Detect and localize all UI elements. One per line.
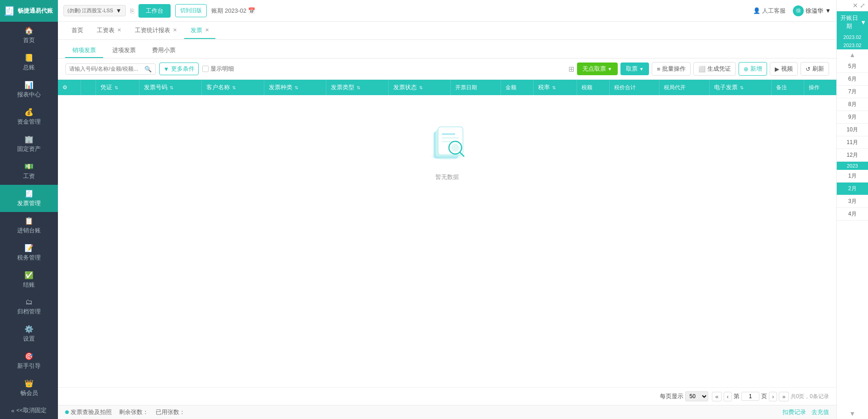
search-input[interactable]	[69, 66, 142, 72]
last-page-btn[interactable]: »	[779, 392, 788, 401]
take-ticket-btn[interactable]: 取票 ▼	[620, 63, 649, 75]
th-type[interactable]: 发票类型⇅	[326, 80, 389, 95]
th-electronic[interactable]: 电子发票⇅	[709, 80, 772, 95]
period-calendar-icon[interactable]: 📅	[248, 7, 255, 14]
period-month-10月[interactable]: 10月	[837, 124, 868, 136]
period-month-8月[interactable]: 8月	[837, 98, 868, 111]
workbench-button[interactable]: 工作台	[138, 4, 171, 18]
sidebar-item-结账[interactable]: ✅结账	[0, 266, 58, 294]
deduction-link[interactable]: 扣费记录	[782, 408, 806, 416]
th-invoice_no[interactable]: 发票号码⇅	[139, 80, 202, 95]
th-status[interactable]: 发票状态⇅	[388, 80, 451, 95]
first-page-btn[interactable]: «	[712, 392, 721, 401]
sidebar-item-设置[interactable]: ⚙️设置	[0, 320, 58, 347]
sidebar-item-首页[interactable]: 🏠首页	[0, 22, 58, 49]
sub-tab-费用小票[interactable]: 费用小票	[145, 43, 183, 58]
show-detail-checkbox[interactable]: 显示明细	[202, 65, 234, 73]
page-size-select[interactable]: 每页显示 501020100	[660, 391, 708, 401]
sidebar-item-畅会员[interactable]: 👑畅会员	[0, 375, 58, 402]
period-panel-header[interactable]: 开账日期 ▼	[837, 11, 868, 33]
tab-工资统计报表[interactable]: 工资统计报表✕	[129, 23, 183, 39]
page-input[interactable]	[741, 392, 759, 401]
sort-invoice_type[interactable]: 发票种类⇅	[269, 83, 322, 92]
sort-customer[interactable]: 客户名称⇅	[206, 83, 259, 92]
sort-voucher[interactable]: 凭证⇅	[100, 83, 134, 92]
period-value: 2023-02	[225, 7, 247, 14]
sort-type[interactable]: 发票类型⇅	[331, 83, 384, 92]
sub-tab-进项发票[interactable]: 进项发票	[105, 43, 143, 58]
period-month-12月[interactable]: 12月	[837, 149, 868, 162]
tab-发票[interactable]: 发票✕	[184, 23, 215, 39]
sidebar-item-进销台账[interactable]: 📋进销台账	[0, 212, 58, 239]
period-month-6月[interactable]: 6月	[837, 73, 868, 86]
period-month-7月[interactable]: 7月	[837, 86, 868, 98]
period-panel-title: 开账日期	[839, 14, 859, 30]
sort-invoice_no[interactable]: 发票号码⇅	[144, 83, 197, 92]
period-month-5月[interactable]: 5月	[837, 60, 868, 73]
copy-icon[interactable]: ⎘	[130, 7, 134, 14]
sidebar-item-报表中心[interactable]: 📊报表中心	[0, 76, 58, 103]
tab-label: 工资表	[97, 26, 114, 34]
logo-icon: 🧾	[4, 5, 15, 16]
th-customer[interactable]: 客户名称⇅	[202, 80, 264, 95]
sidebar-collapse-btn[interactable]: « <<取消固定	[0, 402, 58, 419]
panel-expand-btn[interactable]: ⤢	[860, 2, 865, 9]
panel-close-btn[interactable]: ✕	[853, 2, 858, 9]
period-entry[interactable]: 2023.02	[837, 33, 868, 41]
sidebar-item-工资[interactable]: 💵工资	[0, 158, 58, 185]
user-name[interactable]: 徐 徐溢华 ▼	[793, 5, 831, 16]
user-name-text: 徐溢华	[806, 7, 823, 15]
bottom-bar: 发票查验及拍照 剩余张数： 已用张数： 扣费记录 去充值	[58, 405, 836, 419]
generate-voucher-btn[interactable]: ⬜ 生成凭证	[693, 62, 736, 76]
next-page-btn[interactable]: ›	[769, 392, 777, 401]
period-2023-3月[interactable]: 3月	[837, 195, 868, 208]
tab-close-icon[interactable]: ✕	[205, 27, 209, 33]
period-month-11月[interactable]: 11月	[837, 136, 868, 149]
sidebar-item-新手引导[interactable]: 🎯新手引导	[0, 347, 58, 375]
search-icon[interactable]: 🔍	[144, 66, 152, 72]
search-box[interactable]: 🔍	[65, 63, 156, 75]
sidebar-item-固定资产[interactable]: 🏢固定资产	[0, 130, 58, 158]
th-invoice_type[interactable]: 发票种类⇅	[264, 80, 326, 95]
sidebar-item-资金管理[interactable]: 💰资金管理	[0, 103, 58, 130]
top-header: (勿删) 江西股宝-LSS ▼ ⎘ 工作台 切到旧版 账期 2023-02 📅 …	[58, 0, 836, 22]
new-btn[interactable]: ⊕ 新增	[739, 62, 767, 76]
sub-tab-销项发票[interactable]: 销项发票	[65, 43, 103, 58]
no-invoice-btn[interactable]: 无点取票 ▼	[577, 63, 618, 75]
th-tax_rate[interactable]: 税率⇅	[533, 80, 577, 95]
th-total: 税价合计	[609, 80, 659, 95]
period-entry[interactable]: 2023.02	[837, 41, 868, 49]
period-2023-1月[interactable]: 1月	[837, 170, 868, 183]
tab-close-icon[interactable]: ✕	[173, 27, 177, 33]
batch-ops-btn[interactable]: ≡ 批量操作	[652, 62, 691, 76]
sidebar-item-归档管理[interactable]: 🗂归档管理	[0, 294, 58, 320]
sidebar-item-发票管理[interactable]: 🧾发票管理	[0, 185, 58, 212]
page-size-dropdown[interactable]: 501020100	[685, 391, 708, 401]
period-2023-4月[interactable]: 4月	[837, 208, 868, 221]
video-btn[interactable]: ▶ 视频	[770, 62, 798, 76]
sidebar-item-税务管理[interactable]: 📝税务管理	[0, 239, 58, 266]
company-selector[interactable]: (勿删) 江西股宝-LSS ▼	[63, 5, 126, 16]
invoice-table: ⚙凭证⇅发票号码⇅客户名称⇅发票种类⇅发票类型⇅发票状态⇅开票日期金额税率⇅税额…	[58, 80, 836, 95]
tab-close-icon[interactable]: ✕	[117, 27, 121, 33]
switch-old-button[interactable]: 切到旧版	[175, 4, 207, 17]
period-month-9月[interactable]: 9月	[837, 111, 868, 124]
tab-首页[interactable]: 首页	[65, 23, 90, 39]
sidebar-item-总账[interactable]: 📒总账	[0, 49, 58, 76]
period-2023-2月[interactable]: 2月	[837, 183, 868, 195]
sort-electronic[interactable]: 电子发票⇅	[714, 83, 767, 92]
tab-工资表[interactable]: 工资表✕	[91, 23, 128, 39]
new-icon: ⊕	[744, 66, 749, 72]
filter-icon-tax_rate: ⇅	[552, 85, 556, 90]
period-scroll-up[interactable]: ▲	[837, 49, 868, 60]
customer-service[interactable]: 👤 人工客服	[753, 7, 786, 15]
prev-page-btn[interactable]: ‹	[724, 392, 732, 401]
filter-label: 更多条件	[171, 65, 195, 73]
sort-tax_rate[interactable]: 税率⇅	[538, 83, 572, 92]
recharge-link[interactable]: 去充值	[811, 408, 829, 416]
th-voucher[interactable]: 凭证⇅	[96, 80, 139, 95]
refresh-btn[interactable]: ↺ 刷新	[801, 62, 829, 76]
more-conditions-btn[interactable]: ▼ 更多条件	[159, 63, 199, 75]
period-scroll-down[interactable]: ▼	[837, 408, 868, 419]
sort-status[interactable]: 发票状态⇅	[393, 83, 446, 92]
